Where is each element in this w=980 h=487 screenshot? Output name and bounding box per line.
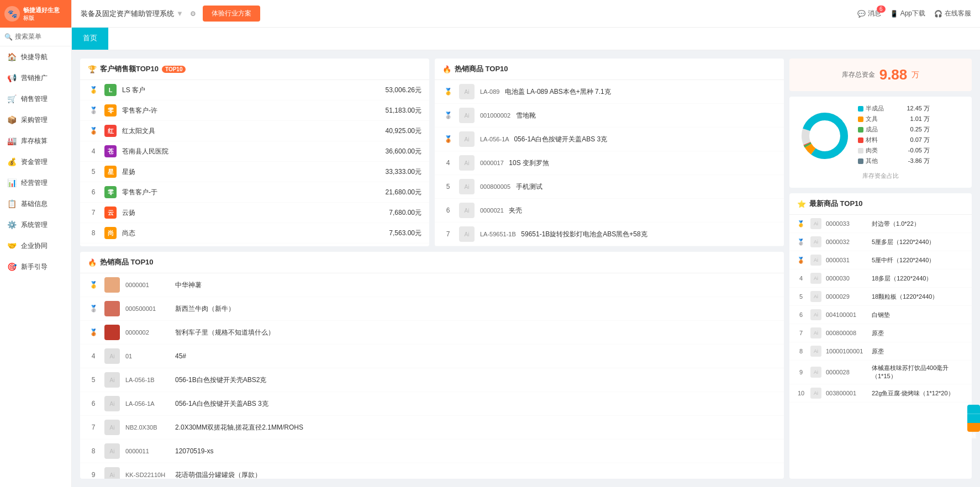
product-placeholder: Ai — [459, 108, 475, 123]
legend-dot — [858, 158, 863, 164]
system-name: 装备及固定资产辅助管理系统 ▼ — [81, 9, 183, 19]
settings-icon[interactable]: ⚙ — [190, 10, 196, 18]
np-image: Ai — [810, 291, 821, 302]
legend-name: 文具 — [866, 115, 908, 123]
np-name: 原垄 — [872, 329, 965, 337]
product-name: 手机测试 — [516, 183, 542, 190]
rank-avatar: 苍 — [104, 145, 117, 157]
product-code: KK-SD22110H — [125, 472, 170, 478]
product-code: 0000002 — [125, 329, 170, 336]
hot-product-row: 8 Ai 0000011 12070519-xs — [80, 440, 784, 463]
top-sellers-card: 🏆 客户销售额TOP10 TOP10 🥇 L LS 客户 53,006.26元 … — [80, 59, 429, 246]
product-placeholder: Ai — [104, 420, 120, 435]
np-rank: 8 — [796, 348, 806, 354]
product-code: NB2.0X30B — [125, 424, 170, 431]
product-code: 0000011 — [125, 448, 170, 454]
new-products-header: ⭐ 最新商品 TOP10 — [789, 193, 972, 215]
new-product-row: 🥇 Ai 0000033 封边带（1.0*22） — [789, 215, 972, 233]
product-code: LA-056-1B — [125, 377, 170, 383]
product-code: 001000002 — [480, 112, 514, 119]
app-download-button[interactable]: 📱 App下载 — [890, 9, 925, 18]
customer-name: 零售客户-许 — [122, 106, 380, 115]
product-placeholder: Ai — [104, 348, 120, 364]
floater-service[interactable]: 客服热线 — [967, 405, 980, 414]
online-service-button[interactable]: 🎧 在线客服 — [934, 9, 971, 18]
guide-icon: 🎯 — [7, 262, 17, 272]
rank-avatar: 零 — [104, 186, 117, 198]
hot-product-row: 🥉 0000002 智利车子里（规格不知道填什么） — [80, 321, 784, 345]
ranking-row: 6 零 零售客户-于 21,680.00元 — [80, 182, 429, 203]
rank-num: 🥉 — [442, 135, 454, 143]
product-info: 000800005 手机测试 — [480, 182, 776, 192]
sidebar-item-sales[interactable]: 🛒 销售管理 — [0, 88, 71, 109]
sidebar-item-finance[interactable]: 💰 资金管理 — [0, 151, 71, 172]
legend-dot — [858, 137, 863, 143]
sidebar-item-operations[interactable]: 📊 经营管理 — [0, 172, 71, 193]
customer-name: 零售客户-于 — [122, 188, 380, 197]
sidebar-item-purchase[interactable]: 📦 采购管理 — [0, 109, 71, 130]
rank-avatar: 星 — [104, 166, 117, 178]
floater-community[interactable]: 服务社区 — [967, 414, 980, 423]
product-code: 000800005 — [480, 183, 514, 190]
np-image: Ai — [810, 346, 821, 357]
try-plan-button[interactable]: 体验行业方案 — [203, 6, 260, 22]
rank-num: 6 — [88, 400, 99, 407]
product-code: 0000021 — [480, 207, 507, 214]
tab-home[interactable]: 首页 — [72, 28, 108, 50]
np-name: 体械嘉枝味苏打饮品400毫升（1*15） — [872, 364, 965, 380]
legend-dot — [858, 148, 863, 153]
customer-amount: 36,600.00元 — [386, 147, 421, 156]
ranking-row: 🥇 L LS 客户 53,006.26元 — [80, 80, 429, 100]
legend-item: 材料 0.07 万 — [858, 136, 930, 144]
floater-live[interactable]: 直播 — [967, 423, 980, 432]
rank-number: 🥇 — [88, 86, 99, 94]
np-image: Ai — [810, 236, 821, 247]
sidebar-item-marketing[interactable]: 📢 营销推广 — [0, 67, 71, 88]
sidebar-item-guide[interactable]: 🎯 新手引导 — [0, 256, 71, 277]
collab-icon: 🤝 — [7, 241, 17, 251]
message-icon: 💬 — [857, 10, 866, 18]
sidebar-item-collab[interactable]: 🤝 企业协同 — [0, 235, 71, 256]
hot-product-row: 4 Ai 01 45# — [80, 345, 784, 368]
search-icon: 🔍 — [4, 33, 13, 41]
legend-value: -3.86 万 — [908, 157, 930, 165]
hot-sold-row: 🥈 Ai 001000002 雪地靴 — [435, 104, 784, 128]
dropdown-icon[interactable]: ▼ — [176, 9, 183, 18]
rank-num: 🥉 — [88, 329, 99, 336]
headset-icon: 🎧 — [934, 10, 942, 18]
product-info: 0000017 10S 变刹罗煞 — [480, 158, 776, 168]
np-rank: 🥉 — [796, 257, 806, 264]
legend-value: 1.01 万 — [910, 115, 930, 123]
new-product-row: 8 Ai 10000100001 原垄 — [789, 342, 972, 361]
hot-product-row: 5 Ai LA-056-1B 056-1B白色按键开关壳ABS2克 — [80, 368, 784, 392]
customer-name: 红太阳文具 — [122, 126, 380, 136]
new-product-row: 7 Ai 000800008 原垄 — [789, 324, 972, 342]
donut-chart — [797, 108, 852, 163]
np-name: 5厘中纤（1220*2440） — [872, 256, 965, 264]
page-tabs: 首页 — [72, 28, 980, 50]
floater: 客服热线 服务社区 直播 — [967, 405, 980, 432]
np-code: 0000028 — [826, 369, 867, 375]
legend-value: -0.05 万 — [908, 146, 930, 155]
messages-button[interactable]: 💬 消息 6 — [857, 9, 881, 18]
product-name: 10S 变刹罗煞 — [509, 159, 549, 167]
sidebar-item-base-info[interactable]: 📋 基础信息 — [0, 193, 71, 214]
new-product-row: 🥉 Ai 0000031 5厘中纤（1220*2440） — [789, 251, 972, 269]
customer-amount: 7,680.00元 — [389, 208, 421, 218]
sidebar-search[interactable]: 🔍 搜索菜单 — [0, 28, 71, 46]
rank-num: 🥈 — [88, 305, 99, 313]
inventory-chart-card: 半成品 12.45 万 文具 1.01 万 成品 0.25 万 材料 0.07 … — [789, 97, 972, 188]
product-code: LA-089 — [480, 88, 503, 95]
rank-number: 6 — [88, 188, 99, 196]
sidebar-item-home[interactable]: 🏠 快捷导航 — [0, 46, 71, 67]
new-product-row: 🥈 Ai 0000032 5厘多层（1220*2440） — [789, 233, 972, 251]
hot-products-list: 🥇 0000001 中华神薯 🥈 000500001 新西兰牛肉（新牛） 🥉 0… — [80, 273, 784, 479]
hot-product-row: 9 Ai KK-SD22110H 花语萌倡温分罐罐袋（厚款） — [80, 463, 784, 479]
sidebar-item-inventory[interactable]: 🏭 库存核算 — [0, 130, 71, 151]
np-rank: 🥈 — [796, 239, 806, 246]
np-image: Ai — [810, 388, 821, 399]
content: 🏆 客户销售额TOP10 TOP10 🥇 L LS 客户 53,006.26元 … — [72, 50, 980, 487]
product-code: 000500001 — [125, 305, 170, 312]
np-image: Ai — [810, 309, 821, 320]
sidebar-item-system[interactable]: ⚙️ 系统管理 — [0, 214, 71, 235]
